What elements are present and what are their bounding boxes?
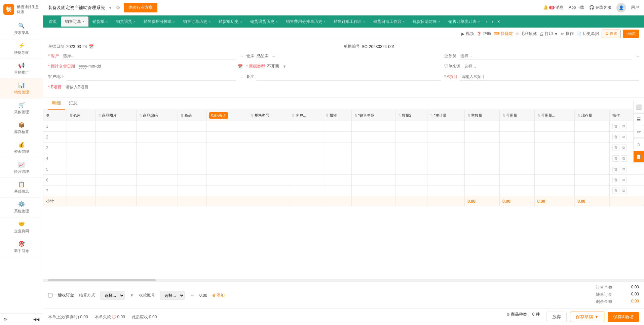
copy-btn[interactable]: ⧉ <box>621 188 627 194</box>
dropdown-arrow-icon[interactable]: ▼ <box>594 314 599 319</box>
salesperson-dots[interactable]: ··· <box>636 54 639 58</box>
receipt-dots[interactable]: ··· <box>191 293 194 298</box>
col-name[interactable]: ⇅ 商品 <box>178 110 206 121</box>
order-source-input[interactable] <box>462 63 639 70</box>
sidebar-item-快捷导航[interactable]: ⚡快捷导航 <box>0 39 43 59</box>
col-image[interactable]: ⇅ 商品图片 <box>95 110 136 121</box>
col-warehouse[interactable]: ⇅ 仓库 <box>67 110 95 121</box>
sidebar-item-基础信息[interactable]: 📋基础信息 <box>0 178 43 198</box>
view-btn[interactable]: ▶ 视频 <box>461 31 474 37</box>
tab-close-icon[interactable]: × <box>173 20 175 24</box>
tab-close-icon[interactable]: × <box>403 20 405 24</box>
copy-btn[interactable]: ⧉ <box>621 134 627 140</box>
payment-method-select[interactable]: 选择... <box>100 291 125 300</box>
tab-销售订单统计表[interactable]: 销售订单统计表× <box>444 16 484 27</box>
col-available[interactable]: ⇅ 可用量 <box>500 110 535 121</box>
right-btn-2[interactable]: ☰ <box>633 113 644 125</box>
tab-close-icon[interactable]: × <box>240 20 242 24</box>
col-qty2[interactable]: ⇅ 数量2 <box>395 110 427 121</box>
sidebar-item-采购管理[interactable]: 🛒采购管理 <box>0 98 43 118</box>
tab-销售费用分摊单[interactable]: 销售费用分摊单× <box>140 16 179 27</box>
sidebar-item-企业协同[interactable]: 🤝企业协同 <box>0 217 43 237</box>
col-attr[interactable]: ⇅ 属性 <box>323 110 351 121</box>
auto-checkout-checkbox[interactable] <box>48 293 52 297</box>
sidebar-settings-icon[interactable]: ⚙ <box>3 317 7 322</box>
this-amount-help[interactable]: ⓘ <box>112 315 116 319</box>
sidebar-item-经营管理[interactable]: 📈经营管理 <box>0 158 43 178</box>
tab-销售订单[interactable]: 销售订单× <box>61 16 88 27</box>
tab-prev-btn[interactable]: ‹ <box>484 17 490 26</box>
right-btn-4[interactable]: ☆ <box>633 138 644 150</box>
calendar-icon[interactable]: 📅 <box>89 44 94 49</box>
col-main_unit[interactable]: ⇅ *主计量 <box>427 110 465 121</box>
delete-btn[interactable]: 🗑 <box>612 188 619 194</box>
tab-close-icon[interactable]: × <box>478 20 480 24</box>
sidebar-item-销售管理[interactable]: 📊销售管理 <box>0 79 43 98</box>
col-main_qty[interactable]: ⇅ 主数量 <box>465 110 500 121</box>
col-code[interactable]: ⇅ 商品编码 <box>137 110 178 121</box>
col-available2[interactable]: ⇅ 可用量... <box>534 110 574 121</box>
delete-btn[interactable]: 🗑 <box>612 177 619 183</box>
settings-icon[interactable]: ⚙ <box>116 4 120 11</box>
copy-btn[interactable]: ⧉ <box>621 155 627 162</box>
delete-btn[interactable]: 🗑 <box>612 155 619 162</box>
delete-btn[interactable]: 🗑 <box>612 123 619 129</box>
save-draft-button[interactable]: 保存草稿 ▼ <box>570 312 605 322</box>
b-project-input[interactable] <box>64 83 164 91</box>
right-btn-1[interactable]: ⬜ <box>633 101 644 113</box>
col-unit[interactable]: ⇅ *销售单位 <box>352 110 395 121</box>
tab-close-icon[interactable]: × <box>82 20 84 24</box>
message-icon[interactable]: 🔔 9 消息 <box>543 5 564 10</box>
delivery-cal-icon[interactable]: 📅 <box>238 64 243 69</box>
tab-销货单[interactable]: 销货单× <box>88 16 112 27</box>
dropdown-icon[interactable]: ▼ <box>108 5 112 10</box>
sidebar-item-搜索菜单[interactable]: 🔍搜索菜单 <box>0 19 43 39</box>
help-btn[interactable]: ❓ 帮助 <box>477 31 491 37</box>
col-spec[interactable]: ⇅ 规格型号 <box>248 110 289 121</box>
tab-钱货日清工作台[interactable]: 钱货日清工作台× <box>369 16 409 27</box>
online-service-link[interactable]: 🎧 在线客服 <box>589 5 611 10</box>
sidebar-item-库存核算[interactable]: 📦库存核算 <box>0 118 43 138</box>
a-project-input[interactable] <box>459 73 639 81</box>
tab-销货单历史[interactable]: 销货单历史× <box>215 16 246 27</box>
sidebar-item-系统管理[interactable]: ⚙️系统管理 <box>0 198 43 217</box>
table-tab-明细[interactable]: 明细 <box>48 97 65 110</box>
notes-input[interactable] <box>256 73 441 81</box>
tab-close-icon[interactable]: × <box>209 20 211 24</box>
auto-checkout-label[interactable]: 一键收订金 <box>48 292 74 298</box>
delete-btn[interactable]: 🗑 <box>612 134 619 140</box>
sidebar-item-新手引导[interactable]: 🎯新手引导 <box>0 237 43 257</box>
col-stock[interactable]: ⇅ 现存量 <box>575 110 610 121</box>
tab-销货退货历史[interactable]: 销货退货历史× <box>246 16 282 27</box>
save-new-button[interactable]: 保存&新增 <box>608 312 639 322</box>
right-btn-5[interactable]: 📋 <box>633 151 644 163</box>
table-tab-汇总[interactable]: 汇总 <box>65 97 82 110</box>
scroll-bar[interactable] <box>48 279 156 281</box>
tab-close-icon[interactable]: × <box>276 20 278 24</box>
customer-dots[interactable]: ··· <box>239 54 243 58</box>
sidebar-item-资金管理[interactable]: 💰资金管理 <box>0 138 43 158</box>
print-btn[interactable]: 🖨 打印 ▼ <box>539 31 558 37</box>
customer-address-input[interactable] <box>66 73 236 81</box>
tab-close-all-btn[interactable]: × <box>495 17 502 26</box>
tab-销售订单工作台[interactable]: 销售订单工作台× <box>330 16 369 27</box>
col-settings-icon[interactable]: ⚙ <box>46 113 49 117</box>
discard-button[interactable]: 放弃 <box>546 312 567 322</box>
tab-首页[interactable]: 首页 <box>45 16 61 27</box>
tab-close-icon[interactable]: × <box>438 20 440 24</box>
sidebar-item-营销推广[interactable]: 📢营销推广 <box>0 59 43 79</box>
settings-btn[interactable]: ⚙ 设置 <box>602 30 621 38</box>
col-customer_code[interactable]: ⇅ 客户... <box>289 110 323 121</box>
tab-close-icon[interactable]: × <box>324 20 326 24</box>
copy-btn[interactable]: ⧉ <box>621 177 627 183</box>
invoice-dropdown-icon[interactable]: ▼ <box>282 64 287 69</box>
tab-销售费用分摊单历史[interactable]: 销售费用分摊单历史× <box>282 16 330 27</box>
warehouse-dots[interactable]: ··· <box>272 54 275 58</box>
app-download-link[interactable]: App下载 <box>569 5 584 10</box>
tab-钱货日清对账[interactable]: 钱货日清对账× <box>409 16 444 27</box>
tab-close-icon[interactable]: × <box>134 20 136 24</box>
delete-btn[interactable]: 🗑 <box>612 166 619 172</box>
tab-close-icon[interactable]: × <box>106 20 108 24</box>
shortcut-btn[interactable]: ⌨ 快捷键 <box>494 31 513 37</box>
tab-销售订单历史[interactable]: 销售订单历史× <box>179 16 215 27</box>
